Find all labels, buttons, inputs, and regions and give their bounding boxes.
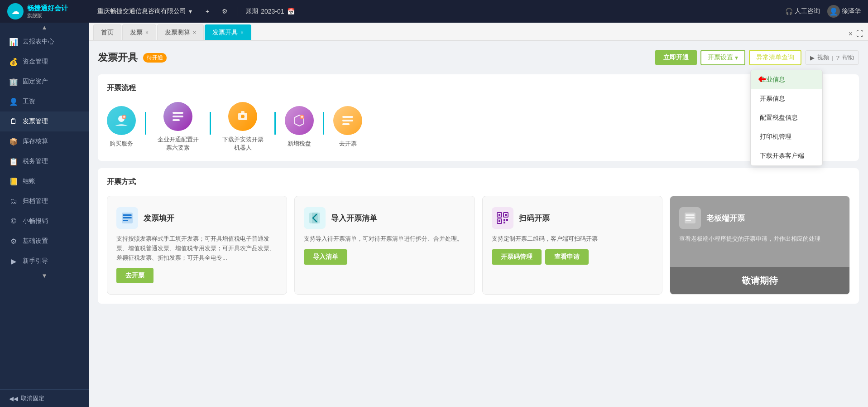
flow-step-5-icon: [333, 106, 362, 135]
sidebar-bottom: ◀◀ 取消固定: [0, 389, 89, 407]
svg-rect-27: [505, 214, 507, 216]
sidebar-item-zijin[interactable]: 💰 资金管理: [0, 52, 89, 72]
sidebar-item-gongzi[interactable]: 👤 工资: [0, 92, 89, 111]
scan-apply-button[interactable]: 查看申请: [545, 249, 589, 265]
page-title: 发票开具: [98, 51, 138, 64]
svg-rect-19: [123, 217, 132, 218]
flow-steps: 购买服务 企业开通配置开票六要素: [107, 102, 850, 152]
flow-step-2-icon: [163, 102, 192, 131]
payment-title: 开票方式: [107, 177, 850, 187]
gongzi-icon: 👤: [9, 97, 18, 106]
sidebar-item-guidang[interactable]: 🗂 归档管理: [0, 191, 89, 211]
dropdown-item-tax-disk[interactable]: 配置税盘信息: [751, 108, 822, 127]
tab-close-fapiao-cesuan[interactable]: ×: [193, 29, 196, 36]
sidebar-item-fapiao[interactable]: 🗒 发票管理: [0, 111, 89, 131]
fill-desc: 支持按照发票样式手工填开发票；可开具增值税电子普通发票、增值税普通发票、增值税专…: [116, 234, 278, 262]
svg-rect-28: [499, 220, 500, 222]
dropdown-item-printer[interactable]: 打印机管理: [751, 127, 822, 146]
sidebar-item-label: 资金管理: [23, 58, 48, 66]
sidebar-item-kucun[interactable]: 📦 库存核算: [0, 131, 89, 151]
sidebar-item-yunbao[interactable]: 📊 云报表中心: [0, 32, 89, 52]
play-icon: ▶: [810, 54, 815, 61]
svg-rect-14: [342, 116, 353, 118]
top-bar: ☁ 畅捷通好会计 旗舰版 重庆畅捷交通信息咨询有限公司 ▾ + ⚙ 账期 202…: [0, 0, 868, 23]
flow-divider-3: [274, 112, 276, 135]
highlight-arrow: ➜: [758, 73, 766, 85]
flow-step-3-label: 下载并安装开票机器人: [220, 136, 265, 152]
fill-invoice-button[interactable]: 去开票: [116, 268, 153, 283]
company-selector[interactable]: 重庆畅捷交通信息咨询有限公司 ▾: [94, 5, 196, 17]
video-button[interactable]: ▶ 视频 | ? 帮助: [805, 50, 859, 65]
top-bar-right: 🎧 人工咨询 👤 徐泽华: [785, 5, 861, 18]
scan-desc: 支持定制开票二维码，客户端可扫码开票: [492, 234, 653, 244]
user-profile[interactable]: 👤 徐泽华: [827, 5, 861, 18]
payment-card-import: 导入开票清单 支持导入待开票清单，可对待开票清单进行拆分、合并处理。 导入清单: [294, 196, 475, 295]
page-header: 发票开具 待开通 立即开通 开票设置 ▾ 异常清单查询 ▶ 视频 |: [98, 50, 859, 65]
svg-rect-30: [506, 219, 508, 221]
tab-close-fapiao-kaiju[interactable]: ×: [240, 29, 244, 36]
flow-step-3: 下载并安装开票机器人: [220, 102, 265, 152]
coming-soon-overlay: 敬请期待: [670, 267, 849, 294]
sidebar-scroll-down[interactable]: ▼: [0, 271, 89, 280]
overlay-text: 敬请期待: [742, 275, 778, 287]
import-invoice-button[interactable]: 导入清单: [304, 249, 347, 265]
sidebar-item-label: 工资: [23, 97, 35, 106]
sidebar-item-xiaochang[interactable]: © 小畅报销: [0, 211, 89, 231]
settings-button[interactable]: 开票设置 ▾: [700, 50, 745, 65]
dropdown-item-invoice-info[interactable]: 开票信息: [751, 89, 822, 108]
import-desc: 支持导入待开票清单，可对待开票清单进行拆分、合并处理。: [304, 234, 465, 244]
payment-section: 开票方式 发票填开 支持按照发票样式手工填开发票；可开具增值税电子普通发票、增值…: [98, 168, 859, 304]
tab-home[interactable]: 首页: [93, 24, 121, 40]
calendar-icon[interactable]: 📅: [287, 8, 295, 15]
sidebar: ▲ 📊 云报表中心 💰 资金管理 🏢 固定资产 👤 工资 🗒 发票管理: [0, 23, 89, 407]
sidebar-item-label: 税务管理: [23, 157, 48, 165]
exception-button[interactable]: 异常清单查询: [749, 50, 801, 65]
activate-button[interactable]: 立即开通: [655, 50, 697, 65]
svg-point-8: [241, 115, 245, 118]
sidebar-item-label: 发票管理: [23, 117, 48, 126]
sidebar-scroll-up[interactable]: ▲: [0, 23, 89, 32]
support-button[interactable]: 🎧 人工咨询: [785, 7, 820, 15]
fapiao-icon: 🗒: [9, 117, 18, 126]
sidebar-item-label: 结账: [23, 177, 35, 185]
shuiwu-icon: 📋: [9, 157, 18, 166]
flow-step-1-label: 购买服务: [110, 140, 133, 148]
tab-maximize-button[interactable]: ⛶: [856, 30, 863, 38]
sidebar-item-jichushe[interactable]: ⚙ 基础设置: [0, 231, 89, 251]
kucun-icon: 📦: [9, 137, 18, 146]
sidebar-item-xinshou[interactable]: ▶ 新手引导: [0, 251, 89, 271]
scan-manage-button[interactable]: 开票码管理: [492, 249, 542, 265]
flow-section: 开票流程 购买服务 企业: [98, 74, 859, 161]
svg-rect-26: [499, 214, 500, 216]
flow-step-1: 购买服务: [107, 106, 136, 148]
svg-rect-29: [504, 219, 505, 221]
logo-area: ☁ 畅捷通好会计 旗舰版: [7, 3, 86, 19]
chevron-down-icon: ▾: [735, 54, 738, 61]
tab-fapiao-kaiju[interactable]: 发票开具 ×: [205, 24, 251, 40]
flow-step-5: 去开票: [333, 106, 362, 148]
sidebar-item-jiezhang[interactable]: 📒 结账: [0, 171, 89, 191]
svg-rect-9: [241, 111, 245, 114]
tab-fapiao[interactable]: 发票 ×: [122, 24, 156, 40]
svg-rect-4: [173, 112, 183, 114]
tab-fapiao-cesuan[interactable]: 发票测算 ×: [157, 24, 204, 40]
flow-step-1-icon: [107, 106, 136, 135]
flow-divider-2: [210, 112, 211, 135]
sidebar-item-shuiwu[interactable]: 📋 税务管理: [0, 151, 89, 171]
tab-close-fapiao[interactable]: ×: [145, 29, 149, 36]
sidebar-item-label: 基础设置: [23, 237, 48, 245]
sidebar-item-label: 归档管理: [23, 197, 48, 205]
sidebar-item-guding[interactable]: 🏢 固定资产: [0, 72, 89, 92]
yunbao-icon: 📊: [9, 37, 18, 46]
page-content: 发票开具 待开通 立即开通 开票设置 ▾ 异常清单查询 ▶ 视频 |: [89, 41, 868, 407]
sidebar-cancel-button[interactable]: ◀◀ 取消固定: [0, 390, 89, 407]
svg-rect-33: [686, 214, 695, 216]
dropdown-item-download-client[interactable]: 下载开票客户端: [751, 146, 822, 165]
tab-close-all-button[interactable]: ×: [849, 30, 853, 38]
settings-button[interactable]: ⚙: [219, 6, 230, 17]
add-button[interactable]: +: [203, 6, 212, 17]
avatar: 👤: [827, 5, 840, 18]
fill-title: 发票填开: [144, 213, 174, 223]
question-icon: ?: [836, 54, 839, 61]
main-area: ▲ 📊 云报表中心 💰 资金管理 🏢 固定资产 👤 工资 🗒 发票管理: [0, 23, 868, 407]
